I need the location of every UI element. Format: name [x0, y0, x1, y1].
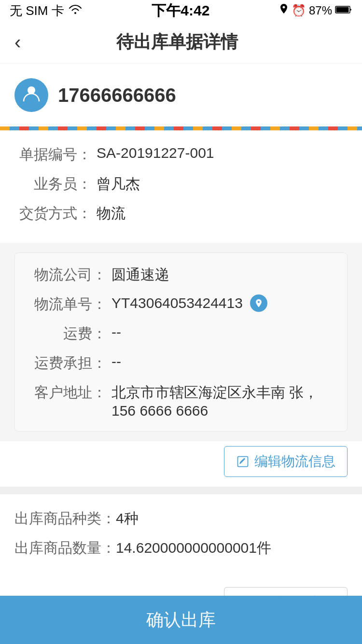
- freight-label: 运费：: [29, 324, 107, 344]
- status-left: 无 SIM 卡: [10, 2, 83, 19]
- order-number-value: SA-20191227-001: [97, 145, 348, 161]
- tracking-number: YT43064053424413: [111, 295, 243, 311]
- tracking-number-row: 物流单号： YT43064053424413: [29, 294, 333, 314]
- dashed-divider: [0, 126, 362, 130]
- battery-icon: [335, 4, 352, 17]
- status-bar: 无 SIM 卡 下午4:42 ⏰ 87%: [0, 0, 362, 21]
- logistics-company-row: 物流公司： 圆通速递: [29, 265, 333, 285]
- goods-quantity-row: 出库商品数量： 14.620000000000001件: [14, 538, 348, 558]
- goods-types-label: 出库商品种类：: [14, 509, 116, 529]
- logistics-box: 物流公司： 圆通速递 物流单号： YT43064053424413 运费： --…: [14, 252, 348, 432]
- freight-value: --: [111, 324, 333, 340]
- customer-header: 17666666666: [0, 64, 362, 126]
- tracking-value-container: YT43064053424413: [111, 294, 333, 312]
- basic-info-section: 单据编号： SA-20191227-001 业务员： 曾凡杰 交货方式： 物流: [0, 130, 362, 243]
- sales-person-label: 业务员：: [14, 174, 92, 194]
- address-value: 北京市市辖区海淀区永丰南 张，156 6666 6666: [111, 383, 333, 419]
- location-status-icon: [279, 3, 289, 18]
- edit-btn-row: 编辑物流信息: [0, 441, 362, 487]
- tracking-location-icon[interactable]: [250, 294, 267, 312]
- edit-logistics-label: 编辑物流信息: [254, 452, 335, 471]
- goods-quantity-value: 14.620000000000001件: [116, 538, 271, 558]
- freight-bearer-row: 运费承担： --: [29, 353, 333, 373]
- tracking-label: 物流单号：: [29, 294, 107, 314]
- freight-bearer-value: --: [111, 353, 333, 370]
- status-time: 下午4:42: [152, 1, 209, 21]
- status-right: ⏰ 87%: [279, 3, 352, 18]
- avatar: [14, 78, 48, 112]
- logistics-company-value: 圆通速递: [111, 265, 333, 285]
- delivery-method-value: 物流: [97, 204, 348, 224]
- user-icon: [21, 83, 42, 108]
- delivery-method-row: 交货方式： 物流: [14, 204, 348, 224]
- edit-icon: [236, 455, 250, 468]
- section-divider: [0, 487, 362, 494]
- sales-person-value: 曾凡杰: [97, 174, 348, 194]
- confirm-btn-bar[interactable]: 确认出库: [0, 596, 362, 644]
- delivery-method-label: 交货方式：: [14, 204, 92, 224]
- svg-rect-1: [336, 7, 348, 13]
- back-button[interactable]: ‹: [14, 31, 21, 53]
- address-label: 客户地址：: [29, 383, 107, 403]
- goods-types-row: 出库商品种类： 4种: [14, 509, 348, 529]
- freight-bearer-label: 运费承担：: [29, 353, 107, 373]
- page-title: 待出库单据详情: [30, 30, 323, 54]
- sales-person-row: 业务员： 曾凡杰: [14, 174, 348, 194]
- order-number-label: 单据编号：: [14, 145, 92, 165]
- goods-quantity-label: 出库商品数量：: [14, 538, 116, 558]
- sim-status: 无 SIM 卡: [10, 2, 64, 19]
- order-number-row: 单据编号： SA-20191227-001: [14, 145, 348, 165]
- svg-point-2: [28, 86, 35, 94]
- alarm-icon: ⏰: [292, 4, 306, 17]
- address-row: 客户地址： 北京市市辖区海淀区永丰南 张，156 6666 6666: [29, 383, 333, 419]
- wifi-icon: [68, 3, 83, 18]
- customer-phone: 17666666666: [58, 84, 176, 106]
- nav-bar: ‹ 待出库单据详情: [0, 21, 362, 64]
- battery-percent: 87%: [309, 4, 332, 17]
- confirm-btn-text: 确认出库: [146, 608, 216, 632]
- goods-section: 出库商品种类： 4种 出库商品数量： 14.620000000000001件: [0, 494, 362, 582]
- logistics-company-label: 物流公司：: [29, 265, 107, 285]
- freight-row: 运费： --: [29, 324, 333, 344]
- edit-logistics-button[interactable]: 编辑物流信息: [224, 446, 348, 477]
- goods-types-value: 4种: [116, 509, 139, 529]
